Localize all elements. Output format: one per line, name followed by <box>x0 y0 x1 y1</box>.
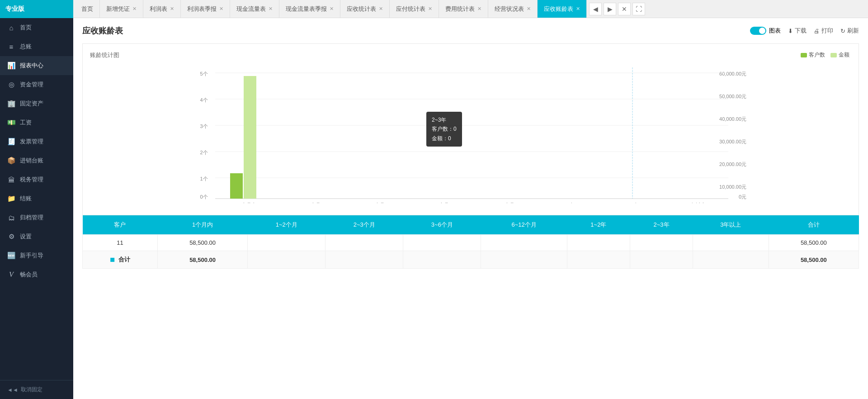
legend-amount: 金额 <box>830 51 849 59</box>
svg-text:1~2个月: 1~2个月 <box>302 202 321 203</box>
tab-cashflow-close[interactable]: ✕ <box>269 6 273 12</box>
sidebar-item-label: 固定资产 <box>20 100 43 108</box>
svg-text:1个月内: 1个月内 <box>238 202 256 203</box>
tab-ar-aging-label: 应收账龄表 <box>544 5 573 13</box>
col-2-3year: 2~3年 <box>630 215 693 235</box>
sidebar-item-label: 工资 <box>20 119 32 127</box>
cell-total: 58,500.00 <box>769 235 859 251</box>
legend-customer-label: 客户数 <box>809 51 825 59</box>
svg-text:2~3个月: 2~3个月 <box>367 202 385 203</box>
tab-ap-stats-label: 应付统计表 <box>396 5 425 13</box>
svg-text:3年以上: 3年以上 <box>688 202 705 203</box>
tab-business-status[interactable]: 经营状况表 ✕ <box>488 0 538 18</box>
refresh-label: 刷新 <box>847 27 859 35</box>
funds-icon: ◎ <box>7 81 15 89</box>
sidebar-item-salary[interactable]: 💵 工资 <box>0 113 73 132</box>
tab-cashflow-quarter-close[interactable]: ✕ <box>330 6 334 12</box>
tab-expense-stats[interactable]: 费用统计表 ✕ <box>439 0 488 18</box>
table-header-row: 客户 1个月内 1~2个月 2~3个月 3~6个月 6~12个月 1~2年 2~… <box>83 215 859 235</box>
tab-new-voucher-close[interactable]: ✕ <box>132 6 137 12</box>
sidebar-item-close[interactable]: 📁 结账 <box>0 189 73 208</box>
bar-amount-1month[interactable] <box>244 76 256 199</box>
col-total: 合计 <box>769 215 859 235</box>
tab-bar: 首页 新增凭证 ✕ 利润表 ✕ 利润表季报 ✕ 现金流量表 ✕ 现金流量表季报 … <box>73 0 868 18</box>
sidebar-item-stock[interactable]: 📦 进销台账 <box>0 151 73 170</box>
tab-new-voucher-label: 新增凭证 <box>106 5 130 13</box>
tab-profit[interactable]: 利润表 ✕ <box>143 0 181 18</box>
chart-toggle[interactable]: 图表 <box>750 27 781 35</box>
tab-ar-aging-close[interactable]: ✕ <box>576 6 580 12</box>
col-2-3month: 2~3个月 <box>326 215 403 235</box>
sidebar-item-ledger[interactable]: ≡ 总账 <box>0 37 73 56</box>
col-customer: 客户 <box>83 215 158 235</box>
cell-1-2year <box>567 235 630 251</box>
tab-ap-stats[interactable]: 应付统计表 ✕ <box>390 0 439 18</box>
tab-new-voucher[interactable]: 新增凭证 ✕ <box>100 0 143 18</box>
tab-profit-close[interactable]: ✕ <box>170 6 174 12</box>
sidebar-item-label: 首页 <box>20 24 32 32</box>
tab-ar-aging[interactable]: 应收账龄表 ✕ <box>538 0 587 18</box>
tab-fullscreen-button[interactable]: ⛶ <box>632 3 645 15</box>
toggle-thumb <box>759 28 765 34</box>
sidebar-pin-toggle[interactable]: ◄◄ 取消固定 <box>0 380 73 399</box>
total-6-12month <box>481 251 567 269</box>
sidebar-item-archive[interactable]: 🗂 归档管理 <box>0 208 73 227</box>
sidebar: 专业版 ⌂ 首页 ≡ 总账 📊 报表中心 ◎ 资金管理 🏢 固定资产 💵 工资 … <box>0 0 73 399</box>
member-icon: V <box>7 271 15 279</box>
tab-expense-stats-close[interactable]: ✕ <box>477 6 481 12</box>
tab-home[interactable]: 首页 <box>75 0 100 18</box>
cell-3plus-year <box>693 235 769 251</box>
close-account-icon: 📁 <box>7 195 15 203</box>
sidebar-item-guide[interactable]: 🆕 新手引导 <box>0 246 73 265</box>
sidebar-item-settings[interactable]: ⚙ 设置 <box>0 227 73 246</box>
data-table: 客户 1个月内 1~2个月 2~3个月 3~6个月 6~12个月 1~2年 2~… <box>82 215 859 269</box>
bar-customer-1month[interactable] <box>230 173 243 199</box>
tab-business-status-close[interactable]: ✕ <box>527 6 531 12</box>
svg-text:0元: 0元 <box>739 194 746 200</box>
tab-cashflow-quarter-label: 现金流量表季报 <box>286 5 327 13</box>
tab-cashflow[interactable]: 现金流量表 ✕ <box>230 0 279 18</box>
tab-ar-stats-label: 应收统计表 <box>347 5 376 13</box>
tab-prev-button[interactable]: ◀ <box>589 3 602 15</box>
page-header: 应收账龄表 图表 ⬇ 下载 🖨 打印 ↻ 刷新 <box>82 25 859 36</box>
legend-amount-dot <box>830 53 837 57</box>
tab-profit-quarter-label: 利润表季报 <box>187 5 217 13</box>
sidebar-item-assets[interactable]: 🏢 固定资产 <box>0 94 73 113</box>
page-actions: 图表 ⬇ 下载 🖨 打印 ↻ 刷新 <box>750 27 859 35</box>
print-button[interactable]: 🖨 打印 <box>814 27 833 35</box>
sidebar-item-reports[interactable]: 📊 报表中心 <box>0 56 73 75</box>
col-1month: 1个月内 <box>157 215 247 235</box>
cell-2-3month <box>326 235 403 251</box>
settings-icon: ⚙ <box>7 233 15 241</box>
sidebar-item-invoice[interactable]: 🧾 发票管理 <box>0 132 73 151</box>
tab-profit-quarter-close[interactable]: ✕ <box>219 6 223 12</box>
tab-ar-stats[interactable]: 应收统计表 ✕ <box>340 0 390 18</box>
download-button[interactable]: ⬇ 下载 <box>788 27 807 35</box>
tab-close-all-button[interactable]: ✕ <box>618 3 631 15</box>
tab-next-button[interactable]: ▶ <box>604 3 616 15</box>
toggle-track[interactable] <box>750 27 766 35</box>
sidebar-item-label: 设置 <box>20 233 32 241</box>
sidebar-item-funds[interactable]: ◎ 资金管理 <box>0 75 73 94</box>
tab-cashflow-quarter[interactable]: 现金流量表季报 ✕ <box>279 0 340 18</box>
sidebar-item-label: 资金管理 <box>20 81 43 89</box>
cell-1-2month <box>248 235 326 251</box>
total-icon: ◼ <box>110 256 115 263</box>
sidebar-item-home[interactable]: ⌂ 首页 <box>0 18 73 37</box>
refresh-button[interactable]: ↻ 刷新 <box>840 27 859 35</box>
svg-text:1~2年: 1~2年 <box>561 202 575 203</box>
tab-profit-quarter[interactable]: 利润表季报 ✕ <box>181 0 230 18</box>
cell-3-6month <box>403 235 481 251</box>
legend-customer-dot <box>801 53 807 57</box>
sidebar-item-member[interactable]: V 畅会员 <box>0 265 73 284</box>
svg-text:50,000.00元: 50,000.00元 <box>719 94 746 99</box>
sidebar-item-label: 报表中心 <box>20 62 43 70</box>
invoice-icon: 🧾 <box>7 138 15 146</box>
tab-ap-stats-close[interactable]: ✕ <box>428 6 432 12</box>
total-1-2month <box>248 251 326 269</box>
total-label: 合计 <box>118 256 130 263</box>
total-3plus-year <box>693 251 769 269</box>
svg-text:30,000.00元: 30,000.00元 <box>719 139 746 144</box>
tab-ar-stats-close[interactable]: ✕ <box>379 6 383 12</box>
sidebar-item-tax[interactable]: 🏛 税务管理 <box>0 170 73 189</box>
